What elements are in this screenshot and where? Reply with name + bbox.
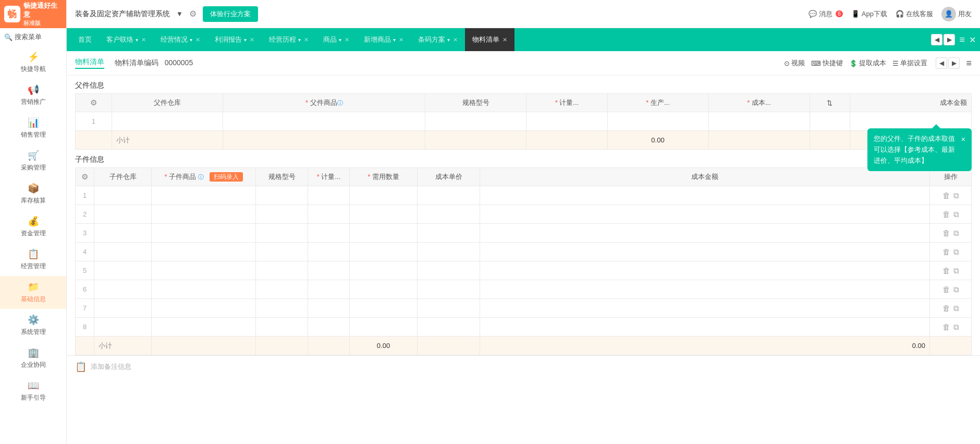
delete-icon[interactable]: 🗑 — [942, 247, 950, 256]
child-goods-cell[interactable] — [152, 299, 256, 318]
tab-next-btn[interactable]: ▶ — [944, 34, 955, 45]
system-dropdown[interactable]: ▼ — [176, 10, 183, 18]
sidebar-item-basic-info[interactable]: 📁 基础信息 — [0, 276, 66, 309]
copy-icon[interactable]: ⧉ — [953, 247, 959, 257]
col-settings-icon[interactable]: ⚙ — [90, 98, 97, 107]
shortcut-btn[interactable]: ⌨ 快捷键 — [811, 58, 843, 68]
child-warehouse-cell[interactable] — [94, 280, 152, 299]
tab-history[interactable]: 经营历程 ▾ ✕ — [262, 28, 316, 51]
child-needed-cell[interactable] — [350, 280, 418, 299]
sidebar-item-quick-nav[interactable]: ⚡ 快捷导航 — [0, 46, 66, 79]
tab-close[interactable]: ✕ — [195, 37, 200, 43]
trial-button[interactable]: 体验行业方案 — [203, 6, 258, 22]
child-needed-cell[interactable] — [350, 186, 418, 205]
child-qty-cell[interactable] — [308, 205, 350, 224]
parent-cost-cell[interactable] — [708, 112, 810, 131]
tab-operations[interactable]: 经营情况 ▾ ✕ — [153, 28, 207, 51]
child-qty-cell[interactable] — [308, 186, 350, 205]
parent-goods-cell[interactable] — [223, 112, 425, 131]
child-warehouse-cell[interactable] — [94, 261, 152, 280]
child-warehouse-cell[interactable] — [94, 224, 152, 243]
tab-customer[interactable]: 客户联络 ▾ ✕ — [99, 28, 153, 51]
tab-barcode[interactable]: 条码方案 ▾ ✕ — [411, 28, 465, 51]
tab-close[interactable]: ✕ — [345, 37, 349, 43]
child-cost-unit-cell[interactable] — [418, 261, 480, 280]
child-qty-cell[interactable] — [308, 243, 350, 261]
delete-icon[interactable]: 🗑 — [942, 210, 950, 219]
sub-tab-bom-code[interactable]: 物料清单编码 0000005 — [115, 58, 193, 68]
tab-close[interactable]: ✕ — [503, 37, 507, 43]
child-goods-cell[interactable] — [152, 318, 256, 337]
sidebar-item-finance[interactable]: 💰 资金管理 — [0, 210, 66, 243]
child-qty-cell[interactable] — [308, 261, 350, 280]
child-needed-cell[interactable] — [350, 299, 418, 318]
child-cost-unit-cell[interactable] — [418, 243, 480, 261]
child-needed-cell[interactable] — [350, 243, 418, 261]
child-cost-unit-cell[interactable] — [418, 205, 480, 224]
tab-home[interactable]: 首页 — [71, 28, 99, 51]
child-needed-cell[interactable] — [350, 205, 418, 224]
child-warehouse-cell[interactable] — [94, 243, 152, 261]
cost-btn[interactable]: 💲 提取成本 — [849, 58, 886, 68]
copy-icon[interactable]: ⧉ — [953, 229, 959, 238]
copy-icon[interactable]: ⧉ — [953, 322, 959, 332]
parent-warehouse-cell[interactable] — [112, 112, 223, 131]
tab-close[interactable]: ✕ — [399, 37, 403, 43]
delete-icon[interactable]: 🗑 — [942, 304, 950, 313]
online-service-btn[interactable]: 🎧 在线客服 — [896, 9, 933, 19]
child-qty-cell[interactable] — [308, 318, 350, 337]
child-spec-cell[interactable] — [256, 243, 308, 261]
child-spec-cell[interactable] — [256, 205, 308, 224]
sidebar-item-guide[interactable]: 📖 新手引导 — [0, 375, 66, 407]
col-settings-icon2[interactable]: ⚙ — [81, 172, 88, 181]
settings-btn[interactable]: ☰ 单据设置 — [892, 58, 927, 68]
parent-qty-cell[interactable] — [526, 112, 607, 131]
tab-close[interactable]: ✕ — [250, 37, 254, 43]
view-mode-icon[interactable]: ≡ — [966, 58, 972, 69]
message-btn[interactable]: 💬 消息 6 — [808, 9, 843, 19]
child-qty-cell[interactable] — [308, 224, 350, 243]
child-spec-cell[interactable] — [256, 261, 308, 280]
tab-prev-btn[interactable]: ◀ — [931, 34, 942, 45]
copy-icon[interactable]: ⧉ — [953, 266, 959, 275]
copy-icon[interactable]: ⧉ — [953, 210, 959, 219]
sidebar-item-purchase[interactable]: 🛒 采购管理 — [0, 145, 66, 177]
delete-icon[interactable]: 🗑 — [942, 191, 950, 200]
child-spec-cell[interactable] — [256, 299, 308, 318]
user-menu[interactable]: 👤 用友 — [941, 7, 972, 21]
page-next-btn[interactable]: ▶ — [948, 57, 960, 69]
parent-produce-cell[interactable] — [607, 112, 708, 131]
sidebar-item-inventory[interactable]: 📦 库存核算 — [0, 177, 66, 210]
tab-close[interactable]: ✕ — [453, 37, 458, 43]
sidebar-item-system[interactable]: ⚙️ 系统管理 — [0, 309, 66, 342]
child-warehouse-cell[interactable] — [94, 205, 152, 224]
tooltip-close-btn[interactable]: × — [961, 134, 965, 145]
child-goods-cell[interactable] — [152, 280, 256, 299]
sidebar-item-operations[interactable]: 📋 经营管理 — [0, 243, 66, 276]
delete-icon[interactable]: 🗑 — [942, 285, 950, 294]
child-warehouse-cell[interactable] — [94, 318, 152, 337]
sidebar-item-sales[interactable]: 📊 销售管理 — [0, 112, 66, 145]
copy-icon[interactable]: ⧉ — [953, 285, 959, 294]
page-prev-btn[interactable]: ◀ — [936, 57, 947, 69]
delete-icon[interactable]: 🗑 — [942, 229, 950, 237]
tab-menu-icon[interactable]: ≡ — [959, 34, 965, 45]
child-needed-cell[interactable] — [350, 224, 418, 243]
tab-close[interactable]: ✕ — [141, 37, 146, 43]
child-spec-cell[interactable] — [256, 318, 308, 337]
child-qty-cell[interactable] — [308, 299, 350, 318]
tab-goods[interactable]: 商品 ▾ ✕ — [316, 28, 357, 51]
app-download-btn[interactable]: 📱 App下载 — [851, 9, 887, 19]
child-goods-cell[interactable] — [152, 186, 256, 205]
tab-bom[interactable]: 物料清单 ✕ — [465, 28, 514, 51]
sub-tab-bom-list[interactable]: 物料清单 — [75, 57, 104, 69]
child-goods-cell[interactable] — [152, 243, 256, 261]
tab-profit[interactable]: 利润报告 ▾ ✕ — [207, 28, 262, 51]
child-needed-cell[interactable] — [350, 261, 418, 280]
child-goods-cell[interactable] — [152, 224, 256, 243]
child-warehouse-cell[interactable] — [94, 299, 152, 318]
child-spec-cell[interactable] — [256, 186, 308, 205]
tab-add-goods[interactable]: 新增商品 ▾ ✕ — [357, 28, 411, 51]
child-spec-cell[interactable] — [256, 280, 308, 299]
search-menu[interactable]: 🔍 搜索菜单 — [0, 28, 66, 46]
